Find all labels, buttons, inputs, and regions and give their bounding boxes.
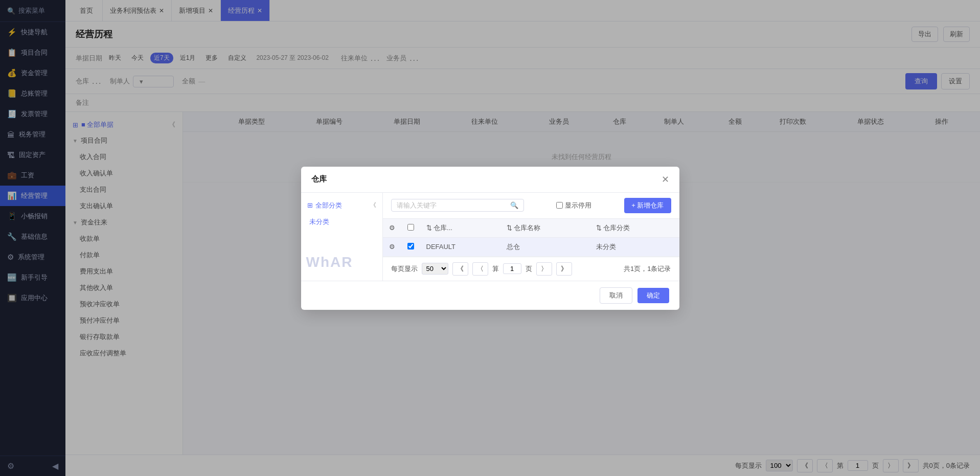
modal-left-panel: ⊞ 全部分类 《 未分类 WhAR xyxy=(301,193,383,281)
row-category: 未分类 xyxy=(590,237,679,256)
cancel-button[interactable]: 取消 xyxy=(600,287,632,304)
modal-table-wrap: ⚙ ⇅ 仓库... ⇅ 仓库名称 ⇅ 仓库分类 xyxy=(383,219,679,257)
modal-overlay[interactable]: 仓库 ✕ ⊞ 全部分类 《 未分类 WhAR xyxy=(0,0,980,476)
th-checkbox xyxy=(401,219,420,238)
grid-icon-modal: ⊞ xyxy=(307,201,313,209)
modal-total-label: 共1页，1条记录 xyxy=(624,264,671,274)
modal-per-page-select[interactable]: 50 20 100 xyxy=(422,263,448,275)
row-settings: ⚙ xyxy=(383,237,401,256)
modal-page-input[interactable] xyxy=(503,263,521,274)
modal-options: 显示停用 xyxy=(556,201,591,210)
modal-actions: 取消 确定 xyxy=(301,281,679,310)
th-name[interactable]: ⇅ 仓库名称 xyxy=(500,219,590,238)
row-checkbox xyxy=(401,237,420,256)
modal-left-collapse-icon[interactable]: 《 xyxy=(370,201,376,210)
th-code[interactable]: ⇅ 仓库... xyxy=(420,219,500,238)
watermark-text: WhAR xyxy=(301,239,382,276)
row-code: DEFAULT xyxy=(420,237,500,256)
select-all-checkbox[interactable] xyxy=(407,224,414,231)
th-code-label: ⇅ 仓库... xyxy=(426,224,452,232)
confirm-button[interactable]: 确定 xyxy=(637,288,669,303)
modal-page-label: 算 xyxy=(492,264,499,274)
add-warehouse-button[interactable]: + 新增仓库 xyxy=(624,198,671,213)
modal-left-header: ⊞ 全部分类 《 xyxy=(301,198,382,213)
modal-tree-scroll: 未分类 xyxy=(301,213,382,239)
modal-footer: 每页显示 50 20 100 《 〈 算 页 〉 》 xyxy=(383,257,679,281)
modal-header: 仓库 ✕ xyxy=(301,167,679,193)
th-name-label: ⇅ 仓库名称 xyxy=(507,224,541,232)
modal-footer-left: 每页显示 50 20 100 《 〈 算 页 〉 》 xyxy=(391,262,572,276)
modal-prev-page[interactable]: 〈 xyxy=(472,262,488,276)
modal-table-header: ⚙ ⇅ 仓库... ⇅ 仓库名称 ⇅ 仓库分类 xyxy=(383,219,679,238)
th-settings: ⚙ xyxy=(383,219,401,238)
modal-footer-right: 共1页，1条记录 xyxy=(624,264,671,274)
modal-all-text: 全部分类 xyxy=(315,201,342,210)
row-select-checkbox[interactable] xyxy=(407,243,414,250)
modal-body: ⊞ 全部分类 《 未分类 WhAR xyxy=(301,193,679,281)
modal-title: 仓库 xyxy=(311,174,327,184)
show-disabled-text: 显示停用 xyxy=(565,201,591,210)
modal-table: ⚙ ⇅ 仓库... ⇅ 仓库名称 ⇅ 仓库分类 xyxy=(383,219,679,257)
modal-right-panel: 🔍 显示停用 + 新增仓库 ⚙ xyxy=(383,193,679,281)
modal-toolbar: 🔍 显示停用 + 新增仓库 xyxy=(383,193,679,219)
modal-search-box: 🔍 xyxy=(391,199,524,212)
modal-close-icon[interactable]: ✕ xyxy=(662,174,669,185)
modal-search-icon: 🔍 xyxy=(510,201,518,209)
modal-per-page-label: 每页显示 xyxy=(391,264,418,274)
show-disabled-checkbox[interactable] xyxy=(556,202,563,209)
modal-all-label[interactable]: ⊞ 全部分类 xyxy=(307,201,342,210)
modal-page-suffix: 页 xyxy=(526,264,532,274)
uncategorized-label: 未分类 xyxy=(309,218,329,225)
modal-last-page[interactable]: 》 xyxy=(556,262,572,276)
warehouse-modal: 仓库 ✕ ⊞ 全部分类 《 未分类 WhAR xyxy=(301,167,679,310)
modal-next-page[interactable]: 〉 xyxy=(536,262,552,276)
table-row[interactable]: ⚙ DEFAULT 总仓 未分类 xyxy=(383,237,679,256)
modal-search-input[interactable] xyxy=(397,201,507,209)
show-disabled-label[interactable]: 显示停用 xyxy=(556,201,591,210)
modal-first-page[interactable]: 《 xyxy=(452,262,468,276)
row-name: 总仓 xyxy=(500,237,590,256)
th-category[interactable]: ⇅ 仓库分类 xyxy=(590,219,679,238)
modal-category-uncategorized[interactable]: 未分类 xyxy=(301,213,382,231)
th-category-label: ⇅ 仓库分类 xyxy=(596,224,630,232)
